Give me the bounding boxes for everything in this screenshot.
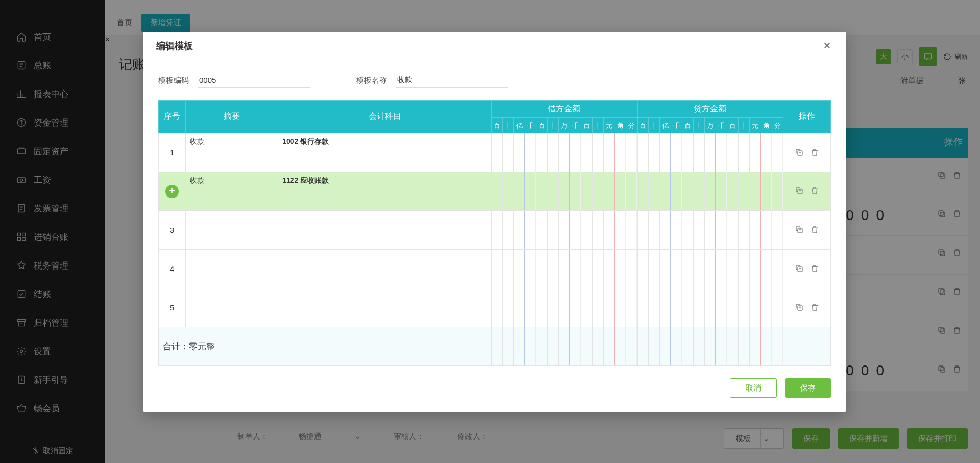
- digit-cell[interactable]: [659, 250, 671, 288]
- digit-cell[interactable]: [536, 327, 547, 366]
- digit-cell[interactable]: [671, 172, 682, 211]
- digit-cell[interactable]: [570, 133, 581, 172]
- digit-cell[interactable]: [704, 250, 716, 288]
- digit-cell[interactable]: [761, 288, 772, 327]
- digit-cell[interactable]: [693, 172, 704, 211]
- digit-cell[interactable]: [716, 133, 727, 172]
- digit-cell[interactable]: [615, 133, 626, 172]
- delete-row-button[interactable]: [809, 185, 820, 197]
- digit-cell[interactable]: [581, 288, 592, 327]
- digit-cell[interactable]: [626, 211, 637, 250]
- digit-cell[interactable]: [581, 172, 592, 211]
- digit-cell[interactable]: [693, 211, 704, 250]
- digit-cell[interactable]: [502, 133, 513, 172]
- template-row[interactable]: 1收款1002 银行存款: [159, 133, 831, 172]
- digit-cell[interactable]: [513, 327, 525, 366]
- digit-cell[interactable]: [749, 327, 761, 366]
- digit-cell[interactable]: [547, 327, 558, 366]
- digit-cell[interactable]: [637, 211, 648, 250]
- digit-cell[interactable]: [626, 288, 637, 327]
- digit-cell[interactable]: [581, 211, 592, 250]
- digit-cell[interactable]: [536, 250, 547, 288]
- row-subject[interactable]: 1122 应收账款: [278, 172, 492, 211]
- digit-cell[interactable]: [525, 172, 536, 211]
- row-summary[interactable]: 收款: [186, 133, 278, 172]
- digit-cell[interactable]: [727, 211, 738, 250]
- digit-cell[interactable]: [491, 211, 502, 250]
- digit-cell[interactable]: [648, 288, 659, 327]
- digit-cell[interactable]: [761, 211, 772, 250]
- digit-cell[interactable]: [592, 211, 603, 250]
- digit-cell[interactable]: [592, 172, 603, 211]
- digit-cell[interactable]: [615, 288, 626, 327]
- digit-cell[interactable]: [525, 250, 536, 288]
- digit-cell[interactable]: [525, 327, 536, 366]
- digit-cell[interactable]: [682, 327, 693, 366]
- digit-cell[interactable]: [738, 211, 749, 250]
- digit-cell[interactable]: [570, 211, 581, 250]
- digit-cell[interactable]: [716, 172, 727, 211]
- digit-cell[interactable]: [671, 250, 682, 288]
- digit-cell[interactable]: [648, 211, 659, 250]
- digit-cell[interactable]: [682, 288, 693, 327]
- row-subject[interactable]: [278, 288, 492, 327]
- digit-cell[interactable]: [761, 250, 772, 288]
- digit-cell[interactable]: [727, 133, 738, 172]
- digit-cell[interactable]: [749, 250, 761, 288]
- digit-cell[interactable]: [716, 288, 727, 327]
- digit-cell[interactable]: [648, 327, 659, 366]
- digit-cell[interactable]: [772, 172, 783, 211]
- digit-cell[interactable]: [513, 211, 525, 250]
- digit-cell[interactable]: [592, 133, 603, 172]
- digit-cell[interactable]: [491, 288, 502, 327]
- digit-cell[interactable]: [637, 133, 648, 172]
- digit-cell[interactable]: [749, 133, 761, 172]
- row-summary[interactable]: 收款: [186, 172, 278, 211]
- digit-cell[interactable]: [592, 327, 603, 366]
- digit-cell[interactable]: [738, 250, 749, 288]
- digit-cell[interactable]: [772, 133, 783, 172]
- digit-cell[interactable]: [738, 288, 749, 327]
- digit-cell[interactable]: [581, 250, 592, 288]
- digit-cell[interactable]: [648, 133, 659, 172]
- digit-cell[interactable]: [637, 288, 648, 327]
- digit-cell[interactable]: [682, 250, 693, 288]
- digit-cell[interactable]: [502, 327, 513, 366]
- copy-row-button[interactable]: [794, 302, 805, 313]
- digit-cell[interactable]: [704, 327, 716, 366]
- digit-cell[interactable]: [727, 288, 738, 327]
- digit-cell[interactable]: [648, 172, 659, 211]
- delete-row-button[interactable]: [809, 263, 820, 274]
- digit-cell[interactable]: [491, 172, 502, 211]
- delete-row-button[interactable]: [809, 147, 820, 158]
- delete-row-button[interactable]: [809, 302, 820, 313]
- digit-cell[interactable]: [558, 327, 570, 366]
- template-row[interactable]: +收款1122 应收账款: [159, 172, 831, 211]
- template-row[interactable]: 5: [159, 288, 831, 327]
- digit-cell[interactable]: [659, 288, 671, 327]
- digit-cell[interactable]: [704, 133, 716, 172]
- digit-cell[interactable]: [502, 211, 513, 250]
- template-code-input[interactable]: [198, 72, 310, 88]
- digit-cell[interactable]: [615, 172, 626, 211]
- digit-cell[interactable]: [525, 211, 536, 250]
- digit-cell[interactable]: [738, 133, 749, 172]
- digit-cell[interactable]: [659, 211, 671, 250]
- digit-cell[interactable]: [603, 288, 615, 327]
- digit-cell[interactable]: [603, 250, 615, 288]
- digit-cell[interactable]: [738, 172, 749, 211]
- digit-cell[interactable]: [626, 133, 637, 172]
- digit-cell[interactable]: [536, 211, 547, 250]
- digit-cell[interactable]: [671, 327, 682, 366]
- digit-cell[interactable]: [558, 172, 570, 211]
- modal-save-button[interactable]: 保存: [785, 378, 831, 398]
- digit-cell[interactable]: [603, 172, 615, 211]
- digit-cell[interactable]: [570, 250, 581, 288]
- copy-row-button[interactable]: [794, 224, 805, 235]
- row-subject[interactable]: 1002 银行存款: [278, 133, 492, 172]
- digit-cell[interactable]: [615, 327, 626, 366]
- digit-cell[interactable]: [491, 133, 502, 172]
- modal-close-button[interactable]: ✕: [821, 40, 833, 52]
- digit-cell[interactable]: [513, 172, 525, 211]
- digit-cell[interactable]: [727, 327, 738, 366]
